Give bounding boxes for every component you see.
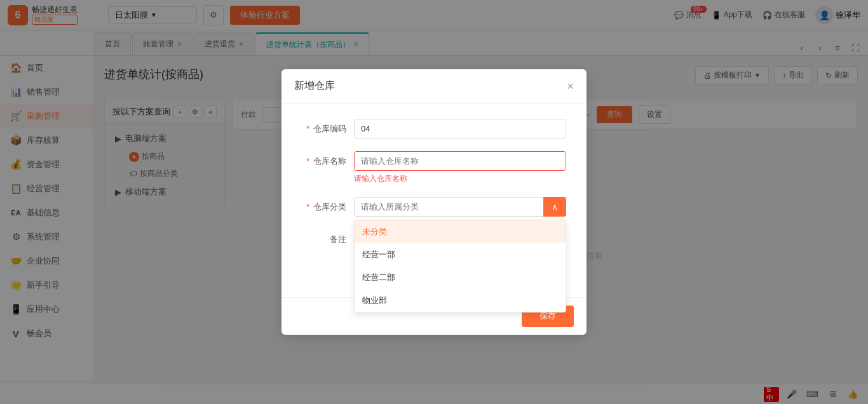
category-field-wrap: ∧ 未分类 经营一部 经营二部 物业部 [354,197,566,217]
name-label: * 仓库名称 [302,151,346,167]
category-dropdown-list: 未分类 经营一部 经营二部 物业部 [354,220,566,313]
dialog-header: 新增仓库 × [281,69,587,104]
form-name-row: * 仓库名称 请输入仓库名称 [302,151,566,184]
dropdown-item-property[interactable]: 物业部 [355,289,566,312]
category-select-wrap: ∧ 未分类 经营一部 经营二部 物业部 [354,197,566,217]
form-category-row: * 仓库分类 ∧ 未分类 经营一部 经营二部 物业部 [302,197,566,217]
dialog-body: * 仓库编码 * 仓库名称 请输入仓库名称 [281,104,587,297]
dialog-close-button[interactable]: × [567,81,574,92]
dropdown-item-dept1[interactable]: 经营一部 [355,243,566,266]
dropdown-item-dept2[interactable]: 经营二部 [355,266,566,289]
remark-label: 备注 [302,229,346,245]
category-label: * 仓库分类 [302,197,346,213]
name-error-msg: 请输入仓库名称 [354,173,566,184]
code-label: * 仓库编码 [302,119,346,135]
code-input[interactable] [354,119,566,138]
name-field-wrap: 请输入仓库名称 [354,151,566,184]
name-input[interactable] [354,151,566,171]
form-code-row: * 仓库编码 [302,119,566,138]
dialog-overlay: 新增仓库 × * 仓库编码 * 仓库名称 [0,0,868,404]
dialog-title: 新增仓库 [294,79,335,93]
add-warehouse-dialog: 新增仓库 × * 仓库编码 * 仓库名称 [281,69,587,335]
dropdown-item-uncategorized[interactable]: 未分类 [355,220,566,243]
category-input[interactable] [354,197,566,217]
code-field-wrap [354,119,566,138]
category-dropdown-toggle[interactable]: ∧ [543,197,566,217]
